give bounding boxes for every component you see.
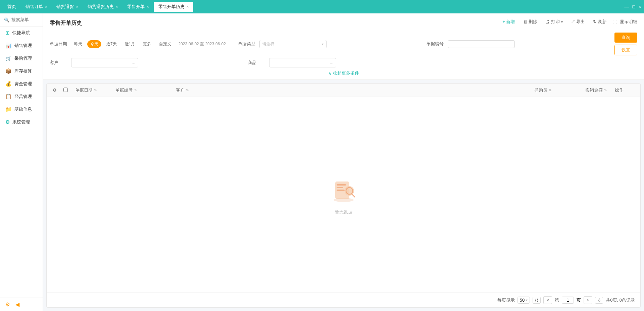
tab-retail-open[interactable]: 零售开单 × — [122, 2, 153, 12]
filter-row-2: 客户 商品 — [50, 58, 637, 67]
maximize-icon[interactable]: □ — [632, 4, 635, 9]
basic-icon: 📁 — [5, 106, 12, 112]
sidebar-item-inventory[interactable]: 📦 库存核算 — [0, 65, 43, 77]
operations-icon: 📋 — [5, 94, 12, 100]
minimize-icon[interactable]: — — [624, 4, 629, 9]
window-close-icon[interactable]: × — [639, 4, 641, 9]
sidebar-item-basic[interactable]: 📁 基础信息 — [0, 103, 43, 116]
empty-illustration — [329, 175, 359, 205]
type-label: 单据类型 — [238, 41, 257, 47]
page-input[interactable] — [562, 297, 574, 304]
tab-retail-history[interactable]: 零售开单历史 × — [154, 2, 193, 12]
date-custom[interactable]: 自定义 — [156, 40, 174, 48]
close-icon[interactable]: × — [116, 5, 118, 9]
date-more[interactable]: 更多 — [140, 40, 154, 48]
collapse-icon[interactable]: ◀ — [15, 301, 19, 308]
customer-input[interactable] — [71, 58, 138, 67]
delete-button[interactable]: 🗑 删除 — [521, 17, 540, 26]
purchase-icon: 🛒 — [5, 55, 12, 61]
empty-text: 暂无数据 — [335, 209, 352, 215]
filter-row-1: 单据日期 昨天 今天 近7天 近1月 更多 自定义 2023-06-02 至 2… — [50, 33, 637, 55]
per-page-label: 每页显示 — [497, 297, 515, 303]
page-header: 零售开单历史 + 新增 🗑 删除 🖨 打印 ▾ ↗ 导出 ↻ 刷新 — [43, 13, 644, 29]
sort-icon: ⇅ — [186, 88, 189, 92]
sidebar-item-operations[interactable]: 📋 经营管理 — [0, 90, 43, 103]
content-area: 零售开单历史 + 新增 🗑 删除 🖨 打印 ▾ ↗ 导出 ↻ 刷新 — [43, 13, 644, 311]
collapse-more-button[interactable]: ∧ 收起更多条件 — [50, 70, 637, 76]
settings-icon[interactable]: ⚙ — [5, 301, 10, 308]
col-header-action: 操作 — [611, 85, 638, 96]
table-container: ⚙ 单据日期 ⇅ 单据编号 ⇅ 客户 ⇅ 导购员 ⇅ — [46, 83, 641, 308]
column-settings-icon[interactable]: ⚙ — [49, 88, 60, 93]
print-button[interactable]: 🖨 打印 ▾ — [543, 17, 565, 26]
first-page-button[interactable]: ⟨⟨ — [533, 297, 541, 304]
col-header-number[interactable]: 单据编号 ⇅ — [111, 85, 172, 96]
export-button[interactable]: ↗ 导出 — [569, 17, 587, 26]
svg-line-7 — [352, 194, 355, 197]
sidebar-item-system[interactable]: ⚙ 系统管理 — [0, 116, 43, 128]
sidebar-item-label: 快捷导航 — [12, 30, 30, 36]
top-tab-bar: 首页 销售订单 × 销货退货 × 销货退货历史 × 零售开单 × 零售开单历史 … — [0, 0, 644, 13]
col-header-amount[interactable]: 实销金额 ⇅ — [571, 85, 611, 96]
window-controls: — □ × — [624, 4, 641, 9]
empty-state: 暂无数据 — [47, 97, 640, 293]
svg-rect-3 — [337, 187, 343, 188]
sidebar-search[interactable]: 🔍 搜索菜单 — [0, 13, 43, 27]
col-header-date[interactable]: 单据日期 ⇅ — [71, 85, 111, 96]
page-title: 零售开单历史 — [50, 20, 82, 27]
date-range-display: 2023-06-02 至 2023-06-02 — [178, 41, 226, 47]
dropdown-icon: ▾ — [561, 20, 563, 24]
sort-icon: ⇅ — [549, 88, 551, 92]
date-7days[interactable]: 近7天 — [103, 40, 120, 48]
new-button[interactable]: + 新增 — [500, 17, 517, 26]
sidebar-item-label: 系统管理 — [12, 119, 30, 125]
date-1month[interactable]: 近1月 — [122, 40, 138, 48]
date-yesterday[interactable]: 昨天 — [71, 40, 85, 48]
select-all-checkbox[interactable] — [60, 88, 71, 93]
tab-return[interactable]: 销货退货 × — [52, 2, 83, 12]
sidebar-item-purchase[interactable]: 🛒 采购管理 — [0, 52, 43, 65]
sort-icon: ⇅ — [134, 88, 137, 92]
customer-label: 客户 — [50, 60, 68, 66]
date-today[interactable]: 今天 — [87, 40, 101, 48]
sidebar-item-quicknav[interactable]: ⊞ 快捷导航 — [0, 27, 43, 39]
col-header-customer[interactable]: 客户 ⇅ — [172, 85, 530, 96]
tab-sales-order[interactable]: 销售订单 × — [21, 2, 52, 12]
sidebar-item-label: 资金管理 — [14, 81, 32, 87]
prev-page-button[interactable]: ＜ — [543, 296, 552, 304]
sidebar-item-sales[interactable]: 📊 销售管理 — [0, 39, 43, 52]
close-icon[interactable]: × — [76, 5, 78, 9]
close-icon[interactable]: × — [187, 5, 189, 9]
filter-buttons: 查询 设置 — [614, 33, 637, 55]
sidebar-item-label: 采购管理 — [14, 55, 32, 61]
close-icon[interactable]: × — [147, 5, 149, 9]
sidebar-item-finance[interactable]: 💰 资金管理 — [0, 77, 43, 90]
next-page-button[interactable]: ＞ — [584, 296, 592, 304]
sidebar-bottom: ⚙ ◀ — [0, 298, 43, 311]
display-detail-input[interactable] — [613, 20, 617, 24]
page-label-pre: 第 — [555, 297, 559, 303]
page-label: 页 — [577, 297, 581, 303]
close-icon[interactable]: × — [45, 5, 47, 9]
per-page-select[interactable]: 50 ▾ — [517, 297, 530, 304]
tab-return-history[interactable]: 销货退货历史 × — [83, 2, 122, 12]
goods-input[interactable] — [269, 58, 336, 67]
search-icon: 🔍 — [4, 17, 9, 22]
svg-rect-2 — [337, 184, 346, 186]
number-input[interactable] — [448, 40, 515, 48]
inventory-icon: 📦 — [5, 68, 12, 74]
last-page-button[interactable]: ⟩⟩ — [595, 297, 603, 304]
display-detail-checkbox[interactable]: 显示明细 — [613, 19, 637, 25]
finance-icon: 💰 — [5, 81, 12, 87]
svg-rect-4 — [337, 190, 345, 191]
sidebar-item-label: 基础信息 — [14, 106, 32, 112]
sidebar-item-label: 销售管理 — [14, 43, 32, 49]
type-select[interactable]: 请选择 ▾ — [259, 40, 327, 48]
sales-icon: 📊 — [5, 43, 12, 49]
refresh-button[interactable]: ↻ 刷新 — [591, 17, 609, 26]
tab-home[interactable]: 首页 — [3, 2, 21, 12]
sort-icon: ⇅ — [94, 88, 97, 92]
col-header-guide[interactable]: 导购员 ⇅ — [530, 85, 571, 96]
filter-settings-button[interactable]: 设置 — [614, 45, 637, 55]
query-button[interactable]: 查询 — [614, 33, 637, 43]
